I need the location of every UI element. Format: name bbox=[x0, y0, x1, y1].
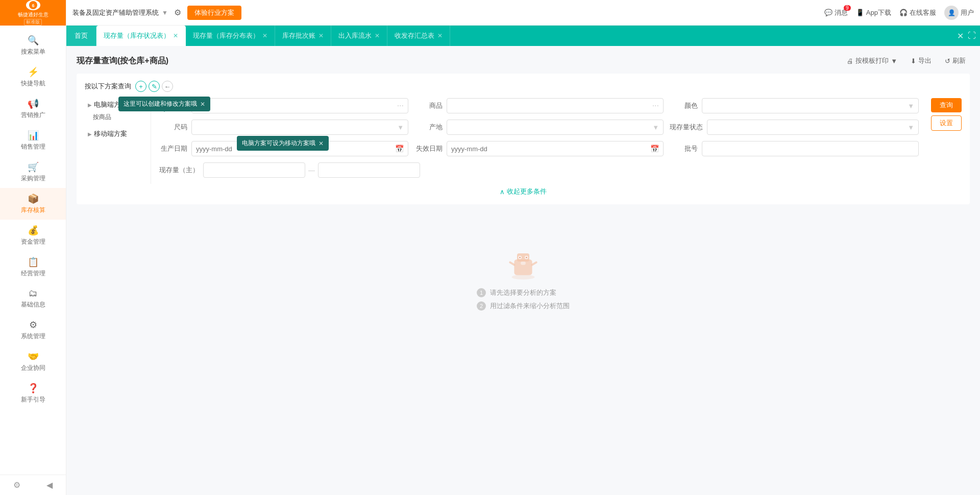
size-label: 尺码 bbox=[159, 123, 187, 132]
batch-input[interactable] bbox=[702, 141, 919, 156]
guide-icon: ❓ bbox=[28, 383, 39, 394]
filter-label: 按以下方案查询 bbox=[85, 82, 131, 91]
scheme-item-mobile[interactable]: ▶ 移动端方案 bbox=[85, 127, 144, 140]
stock-status-arrow: ▼ bbox=[908, 124, 914, 131]
tab-summary[interactable]: 收发存汇总表 ✕ bbox=[387, 26, 450, 46]
message-badge: 9 bbox=[844, 5, 851, 11]
sidebar-item-label: 销售管理 bbox=[21, 143, 45, 151]
query-btn[interactable]: 查询 bbox=[931, 98, 962, 112]
inventory-icon: 📦 bbox=[28, 193, 39, 204]
sidebar-item-quick-nav[interactable]: ⚡ 快捷导航 bbox=[0, 61, 66, 93]
prod-date-icon[interactable]: 📅 bbox=[395, 145, 404, 153]
sidebar-item-label: 系统管理 bbox=[21, 332, 45, 341]
topbar-settings-btn[interactable]: ⚙ bbox=[174, 8, 181, 17]
print-btn[interactable]: 🖨 按模板打印 ▼ bbox=[843, 54, 901, 67]
tab-close-inventory-status[interactable]: ✕ bbox=[173, 32, 178, 39]
user-btn[interactable]: 👤 用户 bbox=[944, 6, 974, 20]
filter-field-expire-date: 失效日期 📅 bbox=[414, 141, 664, 156]
tab-close-all-btn[interactable]: ✕ bbox=[957, 31, 964, 41]
tab-close-inventory-dist[interactable]: ✕ bbox=[262, 32, 267, 39]
sidebar-item-base[interactable]: 🗂 基础信息 bbox=[0, 283, 66, 314]
sidebar-collapse-btn[interactable]: ◀ bbox=[46, 480, 53, 490]
by-product-select[interactable]: ··· bbox=[191, 98, 408, 113]
hint-num-2: 2 bbox=[477, 301, 486, 311]
sidebar-item-business[interactable]: 📋 经营管理 bbox=[0, 251, 66, 283]
tabbar-right: ✕ ⛶ bbox=[957, 31, 980, 41]
collapse-row[interactable]: ∧ 收起更多条件 bbox=[85, 184, 962, 197]
stock-qty-start[interactable] bbox=[203, 162, 305, 178]
filter-field-product: 商品 ··· bbox=[414, 98, 664, 113]
origin-select[interactable]: ▼ bbox=[447, 120, 664, 135]
sidebar-item-label: 营销推广 bbox=[21, 111, 45, 120]
scheme-sub-items: 按商品 bbox=[85, 111, 144, 123]
add-scheme-btn[interactable]: + bbox=[135, 81, 146, 92]
collapse-icon: ∧ bbox=[500, 188, 505, 196]
collapse-label: 收起更多条件 bbox=[507, 187, 547, 196]
scheme-sub-item[interactable]: 按商品 bbox=[93, 111, 144, 123]
topbar: 装备及固定资产辅助管理系统 ▼ ⚙ 体验行业方案 💬 消息 9 📱 App下载 … bbox=[66, 0, 980, 26]
sidebar-item-enterprise[interactable]: 🤝 企业协同 bbox=[0, 346, 66, 378]
origin-label: 产地 bbox=[414, 123, 443, 132]
tab-close-batch-account[interactable]: ✕ bbox=[318, 32, 324, 39]
export-btn[interactable]: ⬇ 导出 bbox=[906, 54, 936, 67]
back-scheme-btn[interactable]: ← bbox=[162, 81, 173, 92]
size-select[interactable]: ▼ bbox=[191, 120, 408, 135]
expire-date-icon[interactable]: 📅 bbox=[650, 145, 659, 153]
tab-close-summary[interactable]: ✕ bbox=[437, 32, 443, 39]
pc-scheme-arrow: ▶ bbox=[88, 102, 92, 108]
filter-field-batch: 批号 bbox=[670, 141, 919, 156]
sidebar-item-guide[interactable]: ❓ 新手引导 bbox=[0, 378, 66, 409]
business-icon: 📋 bbox=[28, 256, 39, 268]
user-avatar: 👤 bbox=[944, 6, 959, 20]
logo-icon: 6 bbox=[26, 0, 40, 10]
tab-home[interactable]: 首页 bbox=[66, 26, 96, 46]
sidebar: 6 畅捷通好生意 标准版 🔍 搜索菜单 ⚡ 快捷导航 📢 营销推广 📊 销售管理… bbox=[0, 0, 66, 495]
service-icon: 🎧 bbox=[899, 9, 908, 16]
product-select[interactable]: ··· bbox=[447, 98, 664, 113]
enterprise-icon: 🤝 bbox=[28, 351, 39, 362]
message-btn[interactable]: 💬 消息 9 bbox=[824, 8, 848, 17]
sidebar-item-inventory[interactable]: 📦 库存核算 bbox=[0, 188, 66, 220]
filter-row-1: 按商品 ··· 商品 ··· bbox=[159, 98, 919, 113]
sidebar-item-system[interactable]: ⚙ 系统管理 bbox=[0, 314, 66, 346]
tab-inventory-dist[interactable]: 现存量（库存分布表） ✕ bbox=[186, 26, 275, 46]
tab-inventory-status[interactable]: 现存量（库存状况表） ✕ bbox=[96, 26, 186, 46]
stock-status-select[interactable]: ▼ bbox=[707, 120, 919, 135]
tab-close-inout-flow[interactable]: ✕ bbox=[375, 32, 380, 39]
size-arrow: ▼ bbox=[397, 124, 404, 131]
query-btns: 查询 设置 bbox=[931, 98, 962, 184]
logo-tag: 标准版 bbox=[24, 19, 42, 26]
empty-hints: 1 请先选择要分析的方案 2 用过滤条件来缩小分析范围 bbox=[477, 288, 570, 311]
scheme-pc-tooltip-close[interactable]: ✕ bbox=[318, 140, 324, 147]
trial-btn[interactable]: 体验行业方案 bbox=[187, 6, 241, 20]
svg-point-7 bbox=[519, 256, 521, 258]
message-icon: 💬 bbox=[824, 9, 832, 16]
sidebar-item-purchase[interactable]: 🛒 采购管理 bbox=[0, 156, 66, 188]
color-select[interactable]: ▼ bbox=[702, 98, 919, 113]
svg-line-11 bbox=[532, 263, 536, 265]
sidebar-item-label: 企业协同 bbox=[21, 364, 45, 372]
page-actions: 🖨 按模板打印 ▼ ⬇ 导出 ↺ 刷新 bbox=[843, 54, 970, 67]
svg-text:6: 6 bbox=[32, 3, 34, 8]
tab-inout-flow[interactable]: 出入库流水 ✕ bbox=[331, 26, 387, 46]
sidebar-item-finance[interactable]: 💰 资金管理 bbox=[0, 220, 66, 251]
expire-date-start[interactable] bbox=[451, 145, 648, 153]
sidebar-item-sales[interactable]: 📊 销售管理 bbox=[0, 125, 66, 156]
expire-date-input-wrapper[interactable]: 📅 bbox=[447, 141, 664, 156]
tab-batch-account[interactable]: 库存批次账 ✕ bbox=[275, 26, 331, 46]
filter-field-color: 颜色 ▼ bbox=[670, 98, 919, 113]
tab-fullscreen-btn[interactable]: ⛶ bbox=[968, 31, 976, 40]
sidebar-settings-btn[interactable]: ⚙ bbox=[13, 480, 20, 490]
sidebar-item-marketing[interactable]: 📢 营销推广 bbox=[0, 93, 66, 125]
refresh-btn[interactable]: ↺ 刷新 bbox=[941, 54, 970, 67]
online-service-btn[interactable]: 🎧 在线客服 bbox=[899, 8, 936, 17]
sidebar-item-search-menu[interactable]: 🔍 搜索菜单 bbox=[0, 30, 66, 61]
app-download-btn[interactable]: 📱 App下载 bbox=[856, 8, 891, 17]
filter-header-actions: + ✎ 这里可以创建和修改方案哦 ✕ ← bbox=[135, 81, 173, 92]
stock-qty-end[interactable] bbox=[318, 162, 420, 178]
range-dash: — bbox=[308, 167, 315, 174]
tooltip2-close[interactable]: ✕ bbox=[200, 101, 205, 108]
edit-scheme-btn[interactable]: ✎ 这里可以创建和修改方案哦 ✕ bbox=[149, 81, 160, 92]
reset-btn[interactable]: 设置 bbox=[931, 115, 962, 131]
mobile-scheme-arrow: ▶ bbox=[88, 131, 92, 137]
